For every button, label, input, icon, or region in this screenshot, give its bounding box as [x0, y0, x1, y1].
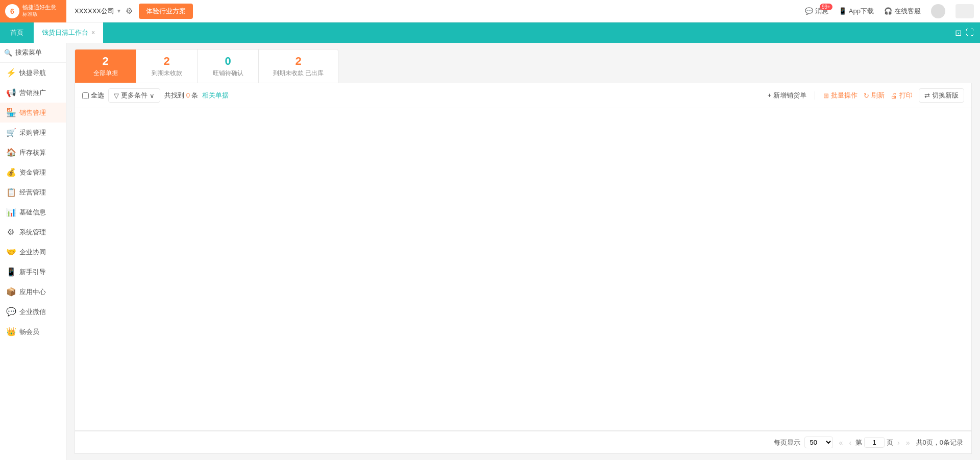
page-summary: 共0页，0条记录	[916, 438, 963, 447]
divider-1	[815, 91, 815, 100]
stats-num-pending: 0	[225, 55, 231, 68]
message-badge: 99+	[820, 4, 832, 10]
stats-label-all: 全部单据	[93, 69, 118, 78]
topbar: 6 畅捷通好生意 标准版 XXXXXX公司 ▼ ⚙ 体验行业方案 💬 消息 99…	[0, 0, 980, 22]
stats-label-pending: 旺铺待确认	[213, 69, 243, 78]
app-download-button[interactable]: 📱 App下载	[839, 7, 874, 16]
lightning-icon: ⚡	[6, 68, 15, 78]
logo-icon: 6	[5, 4, 19, 18]
sidebar-item-operations[interactable]: 📋 经营管理	[0, 182, 66, 202]
chevron-down-icon: ∨	[150, 92, 155, 100]
toolbar: 全选 ▽ 更多条件 ∨ 共找到 0 条 相关单据 + 新增销货单	[75, 83, 972, 108]
sidebar-item-sales[interactable]: 🏪 销售管理	[0, 103, 66, 123]
company-name: XXXXXX公司	[75, 7, 114, 16]
stats-num-overdue-shipped: 2	[296, 55, 302, 68]
page-size-select[interactable]: 20 50 100 200	[804, 437, 833, 448]
refresh-icon: ↻	[864, 92, 869, 100]
search-icon: 🔍	[4, 49, 12, 57]
gear-icon: ⚙	[6, 227, 15, 237]
refresh-button[interactable]: ↻ 刷新	[864, 91, 885, 100]
mobile-icon: 📱	[839, 7, 847, 15]
warehouse-icon: 🏠	[6, 148, 15, 157]
sidebar-item-quick-nav[interactable]: ⚡ 快捷导航	[0, 63, 66, 83]
related-link[interactable]: 相关单据	[202, 91, 229, 100]
select-all-input[interactable]	[82, 92, 89, 99]
add-sale-button[interactable]: + 新增销货单	[768, 91, 806, 100]
sidebar-item-marketing[interactable]: 📢 营销推广	[0, 83, 66, 103]
box-icon: 📦	[6, 287, 15, 297]
sidebar-item-wecom[interactable]: 💬 企业微信	[0, 302, 66, 322]
prev-page-button[interactable]: ‹	[847, 438, 853, 448]
sidebar-item-inventory[interactable]: 🏠 库存核算	[0, 142, 66, 162]
print-button[interactable]: 🖨 打印	[891, 91, 913, 100]
last-page-button[interactable]: »	[904, 438, 912, 448]
headset-icon: 🎧	[884, 7, 892, 15]
message-button[interactable]: 💬 消息 99+	[805, 7, 828, 16]
stats-num-overdue: 2	[163, 55, 169, 68]
switch-version-button[interactable]: ⇄ 切换新版	[919, 88, 964, 103]
company-selector[interactable]: XXXXXX公司 ▼	[75, 7, 121, 16]
restore-icon[interactable]: ⊡	[955, 28, 962, 38]
tabs-actions: ⊡ ⛶	[949, 28, 980, 38]
message-icon: 💬	[805, 7, 813, 15]
batch-icon: ⊞	[823, 92, 829, 100]
tab-active[interactable]: 钱货日清工作台 ×	[34, 22, 103, 43]
crown-icon: 👑	[6, 327, 15, 336]
sidebar-item-finance[interactable]: 💰 资金管理	[0, 162, 66, 182]
stats-tab-pending[interactable]: 0 旺铺待确认	[198, 50, 259, 83]
main-inner: 2 全部单据 2 到期未收款 0 旺铺待确认 2 到期未收款 已出库	[66, 43, 980, 460]
fullscreen-icon[interactable]: ⛶	[966, 28, 974, 37]
online-service-button[interactable]: 🎧 在线客服	[884, 7, 921, 16]
stats-tab-overdue[interactable]: 2 到期未收款	[136, 50, 198, 83]
chart-icon: 📊	[6, 207, 15, 217]
table-area	[75, 108, 972, 431]
cart-icon: 🛒	[6, 128, 15, 137]
stats-num-all: 2	[102, 55, 108, 68]
page-number-input[interactable]	[864, 437, 885, 448]
stats-tab-all[interactable]: 2 全部单据	[75, 50, 136, 83]
more-filter-button[interactable]: ▽ 更多条件 ∨	[108, 88, 160, 103]
app-logo: 6 畅捷通好生意 标准版	[0, 0, 66, 22]
tab-home[interactable]: 首页	[0, 22, 34, 43]
handshake-icon: 🤝	[6, 247, 15, 257]
stats-label-overdue-shipped: 到期未收款 已出库	[273, 69, 324, 78]
found-count: 0	[186, 91, 190, 99]
stats-label-overdue: 到期未收款	[152, 69, 182, 78]
avatar[interactable]	[931, 4, 945, 18]
select-all-checkbox[interactable]: 全选	[82, 91, 104, 100]
megaphone-icon: 📢	[6, 88, 15, 98]
user-menu[interactable]	[955, 4, 974, 18]
sidebar-item-app-center[interactable]: 📦 应用中心	[0, 282, 66, 302]
tabs-bar: 首页 钱货日清工作台 × ⊡ ⛶	[0, 22, 980, 43]
page-navigation: « ‹ 第 页 › »	[837, 437, 912, 448]
sidebar-item-purchase[interactable]: 🛒 采购管理	[0, 123, 66, 142]
page-size-label: 每页显示	[774, 438, 800, 447]
toolbar-right: + 新增销货单 ⊞ 批量操作 ↻ 刷新 🖨 打印 ⇄	[768, 88, 964, 103]
settings-icon[interactable]: ⚙	[126, 6, 133, 16]
main-content: 2 全部单据 2 到期未收款 0 旺铺待确认 2 到期未收款 已出库	[66, 43, 980, 460]
toolbar-left: 全选 ▽ 更多条件 ∨ 共找到 0 条 相关单据	[82, 88, 762, 103]
money-icon: 💰	[6, 167, 15, 177]
sidebar-item-system[interactable]: ⚙ 系统管理	[0, 222, 66, 242]
chevron-down-icon: ▼	[116, 8, 121, 14]
sidebar-item-cooperation[interactable]: 🤝 企业协同	[0, 242, 66, 262]
next-page-button[interactable]: ›	[895, 438, 902, 448]
batch-operation-button[interactable]: ⊞ 批量操作	[823, 91, 857, 100]
shop-icon: 🏪	[6, 108, 15, 117]
experience-button[interactable]: 体验行业方案	[139, 4, 193, 19]
layout: 🔍 搜索菜单 ⚡ 快捷导航 📢 营销推广 🏪 销售管理 🛒 采购管理 🏠 库存核…	[0, 43, 980, 460]
print-icon: 🖨	[891, 92, 897, 100]
chat-icon: 💬	[6, 307, 15, 317]
first-page-button[interactable]: «	[837, 438, 845, 448]
sidebar-search[interactable]: 🔍 搜索菜单	[0, 43, 66, 63]
stats-tab-overdue-shipped[interactable]: 2 到期未收款 已出库	[259, 50, 338, 83]
found-text: 共找到 0 条	[164, 91, 198, 100]
stats-tabs: 2 全部单据 2 到期未收款 0 旺铺待确认 2 到期未收款 已出库	[75, 49, 338, 83]
sidebar-item-member[interactable]: 👑 畅会员	[0, 322, 66, 342]
phone-icon: 📱	[6, 267, 15, 277]
filter-icon: ▽	[114, 92, 119, 100]
switch-icon: ⇄	[924, 92, 930, 100]
sidebar-item-guide[interactable]: 📱 新手引导	[0, 262, 66, 282]
sidebar-item-basic-info[interactable]: 📊 基础信息	[0, 202, 66, 222]
tab-close-icon[interactable]: ×	[91, 29, 95, 36]
